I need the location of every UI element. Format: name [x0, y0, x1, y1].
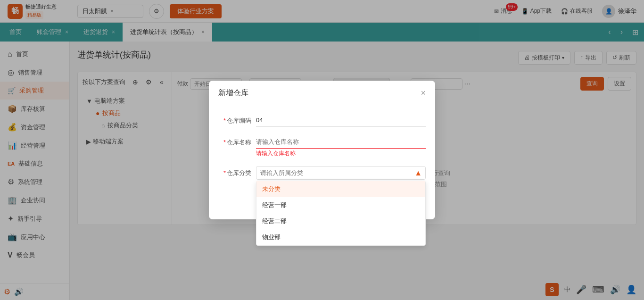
- category-wrap: ▲ 未分类 经营一部 经营二部 物业部: [256, 166, 426, 180]
- category-label: 仓库分类: [218, 166, 256, 177]
- add-warehouse-modal: 新增仓库 × 仓库编码 仓库名称 请输入仓库名称 仓库分类: [209, 81, 435, 219]
- form-row-category: 仓库分类 ▲ 未分类 经营一部 经营二部 物业部: [218, 166, 426, 180]
- warehouse-name-wrap: 请输入仓库名称: [256, 135, 426, 158]
- category-input[interactable]: [256, 166, 426, 180]
- warehouse-name-input[interactable]: [256, 135, 426, 149]
- dropdown-item-dept1[interactable]: 经营一部: [256, 197, 425, 213]
- warehouse-name-label: 仓库名称: [218, 135, 256, 147]
- category-select-wrap: ▲: [256, 166, 426, 180]
- form-row-name: 仓库名称 请输入仓库名称: [218, 135, 426, 158]
- form-row-code: 仓库编码: [218, 114, 426, 127]
- warehouse-code-input[interactable]: [256, 114, 426, 127]
- dropdown-item-dept3[interactable]: 物业部: [256, 229, 425, 245]
- warehouse-name-error: 请输入仓库名称: [256, 150, 426, 158]
- warehouse-code-wrap: [256, 114, 426, 127]
- modal-overlay: 新增仓库 × 仓库编码 仓库名称 请输入仓库名称 仓库分类: [0, 0, 644, 300]
- category-dropdown: 未分类 经营一部 经营二部 物业部: [256, 181, 426, 246]
- modal-title: 新增仓库: [218, 88, 248, 98]
- dropdown-item-dept2[interactable]: 经营二部: [256, 213, 425, 229]
- modal-body: 仓库编码 仓库名称 请输入仓库名称 仓库分类 ▲: [209, 104, 435, 198]
- warehouse-code-label: 仓库编码: [218, 114, 256, 125]
- dropdown-item-uncategorized[interactable]: 未分类: [256, 181, 425, 197]
- modal-close-btn[interactable]: ×: [421, 88, 426, 98]
- modal-header: 新增仓库 ×: [209, 81, 435, 104]
